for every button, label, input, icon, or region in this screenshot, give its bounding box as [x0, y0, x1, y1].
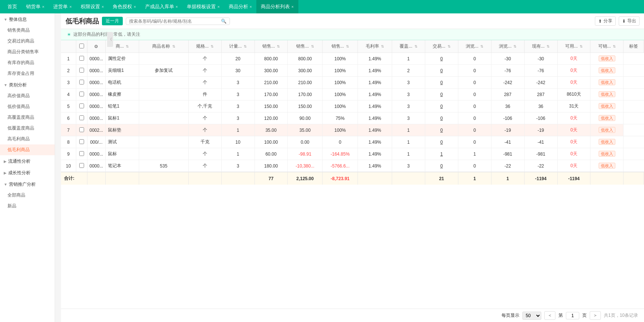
cell-checkbox[interactable] [76, 101, 87, 112]
period-button[interactable]: 近一月 [102, 17, 123, 25]
row-checkbox[interactable] [79, 103, 84, 108]
cell-checkbox[interactable] [76, 160, 87, 172]
row-checkbox[interactable] [79, 68, 84, 73]
sidebar-item-sales-goods[interactable]: 销售类商品 [0, 25, 55, 36]
cell-views1[interactable]: 0 [425, 89, 458, 101]
cell-spec: 参加复试 [139, 65, 189, 77]
sidebar-item-inventory-goods[interactable]: 有库存的商品 [0, 57, 55, 68]
prev-page-button[interactable]: ＜ [544, 311, 555, 320]
col-spec[interactable]: 规格... ⇅ [188, 40, 221, 53]
cell-views1[interactable]: 0 [425, 65, 458, 77]
row-checkbox[interactable] [79, 56, 84, 61]
sidebar-item-low-value[interactable]: 低价值商品 [0, 101, 55, 112]
col-settings[interactable]: ⚙ [87, 40, 106, 53]
nav-purchase-close[interactable]: × [69, 4, 71, 9]
row-checkbox[interactable] [79, 139, 84, 144]
cell-checkbox[interactable] [76, 136, 87, 148]
nav-warehouse[interactable]: 产成品入库单 × [141, 0, 182, 13]
cell-checkbox[interactable] [76, 65, 87, 77]
col-coverage[interactable]: 覆盖... ⇅ [392, 40, 425, 53]
export-button[interactable]: ⬇ 导出 [619, 16, 640, 26]
col-sellable[interactable]: 可销... ⇅ [590, 40, 624, 53]
share-button[interactable]: ⬆ 分享 [595, 16, 616, 26]
cell-views1[interactable]: 0 [425, 77, 458, 89]
sidebar-item-low-profit[interactable]: 低毛利商品 [0, 144, 55, 155]
search-input[interactable] [129, 19, 221, 24]
row-checkbox[interactable] [79, 115, 84, 120]
cell-checkbox[interactable] [76, 53, 87, 65]
nav-sales-close[interactable]: × [42, 4, 44, 9]
nav-analysis-close[interactable]: × [250, 4, 252, 9]
cell-views1[interactable]: 0 [425, 112, 458, 124]
nav-analysis-list[interactable]: 商品分析列表 × [256, 0, 298, 13]
col-sales-qty[interactable]: 销售... ⇅ [254, 40, 288, 53]
cell-views1[interactable]: 0 [425, 53, 458, 65]
nav-purchase[interactable]: 进货单 × [49, 0, 76, 13]
col-current-stock[interactable]: 现有... ⇅ [524, 40, 557, 53]
nav-template-close[interactable]: × [217, 4, 220, 9]
sidebar-item-high-value[interactable]: 高价值商品 [0, 90, 55, 101]
nav-permission-close[interactable]: × [102, 4, 104, 9]
col-sales-price[interactable]: 销售... ⇅ [288, 40, 323, 53]
col-gross-margin[interactable]: 毛利率 ⇅ [358, 40, 392, 53]
cell-views1[interactable]: 0 [425, 160, 458, 172]
col-sales-profit[interactable]: 销售... ⇅ [323, 40, 358, 53]
sidebar-section-flow[interactable]: ▶ 流通性分析 [0, 155, 55, 167]
col-checkbox[interactable] [76, 40, 87, 53]
sidebar-item-new-goods[interactable]: 新品 [0, 201, 55, 211]
cell-coverage: 1.49% [358, 65, 392, 77]
table-container[interactable]: ⚙ 商... ⇅ 商品名称 ⇅ 规格... ⇅ [61, 40, 644, 309]
select-all-checkbox[interactable] [79, 44, 84, 48]
col-unit[interactable]: 计量... ⇅ [221, 40, 254, 53]
sidebar-item-low-coverage[interactable]: 低覆盖度商品 [0, 123, 55, 134]
row-checkbox[interactable] [79, 80, 84, 85]
nav-role-close[interactable]: × [134, 4, 136, 9]
row-checkbox[interactable] [79, 151, 84, 156]
nav-role[interactable]: 角色授权 × [108, 0, 140, 13]
cell-sales-profit: 300.00 [288, 65, 323, 77]
sidebar-item-capital-usage[interactable]: 库存资金占用 [0, 68, 55, 79]
sidebar-section-class[interactable]: ▼ 类别分析 [0, 79, 55, 90]
nav-template[interactable]: 单据模板设置 × [182, 0, 224, 13]
col-views2[interactable]: 浏览... ⇅ [491, 40, 524, 53]
nav-sales[interactable]: 销货单 × [22, 0, 49, 13]
col-views1[interactable]: 浏览... ⇅ [458, 40, 491, 53]
cell-checkbox[interactable] [76, 89, 87, 101]
nav-warehouse-close[interactable]: × [176, 4, 178, 9]
sidebar-section-overall[interactable]: ▼ 整体信息 [0, 13, 55, 25]
sidebar-item-goods-classify[interactable]: 商品分类销售率 [0, 47, 55, 57]
cell-checkbox[interactable] [76, 112, 87, 124]
cell-current-stock: -106 [491, 112, 524, 124]
page-input[interactable] [566, 312, 579, 319]
cell-views1[interactable]: 0 [425, 136, 458, 148]
cell-index: 4 [61, 89, 76, 101]
sidebar-section-growth[interactable]: ▶ 成长性分析 [0, 167, 55, 178]
col-available[interactable]: 可用... ⇅ [557, 40, 590, 53]
cell-views1[interactable]: 0 [425, 101, 458, 112]
row-checkbox[interactable] [79, 92, 84, 96]
cell-views1[interactable]: 0 [425, 124, 458, 136]
col-transactions[interactable]: 交易... ⇅ [425, 40, 458, 53]
nav-analysis[interactable]: 商品分析 × [224, 0, 256, 13]
sidebar-item-traded-goods[interactable]: 交易过的商品 [0, 36, 55, 47]
nav-permission[interactable]: 权限设置 × [76, 0, 108, 13]
row-checkbox[interactable] [79, 127, 84, 132]
cell-code: 0000... [87, 77, 106, 89]
col-tag[interactable]: 标签 [624, 40, 644, 53]
sidebar-item-high-profit[interactable]: 高毛利商品 [0, 134, 55, 144]
sidebar-item-all-goods[interactable]: 全部商品 [0, 190, 55, 201]
col-name[interactable]: 商品名称 ⇅ [139, 40, 189, 53]
page-size-select[interactable]: 50 100 [522, 312, 541, 320]
nav-home[interactable]: 首页 [3, 0, 22, 13]
sidebar-section-marketing[interactable]: ▼ 营销推广分析 [0, 178, 55, 190]
cell-checkbox[interactable] [76, 124, 87, 136]
row-checkbox[interactable] [79, 163, 84, 168]
cell-checkbox[interactable] [76, 77, 87, 89]
cell-views1[interactable]: 1 [425, 148, 458, 160]
next-page-button[interactable]: ＞ [590, 311, 601, 320]
search-icon[interactable]: 🔍 [221, 19, 227, 24]
sidebar-item-high-coverage[interactable]: 高覆盖度商品 [0, 112, 55, 123]
nav-analysis-list-close[interactable]: × [291, 4, 294, 9]
cell-checkbox[interactable] [76, 148, 87, 160]
sidebar-collapse-button[interactable]: 《 [107, 32, 113, 47]
